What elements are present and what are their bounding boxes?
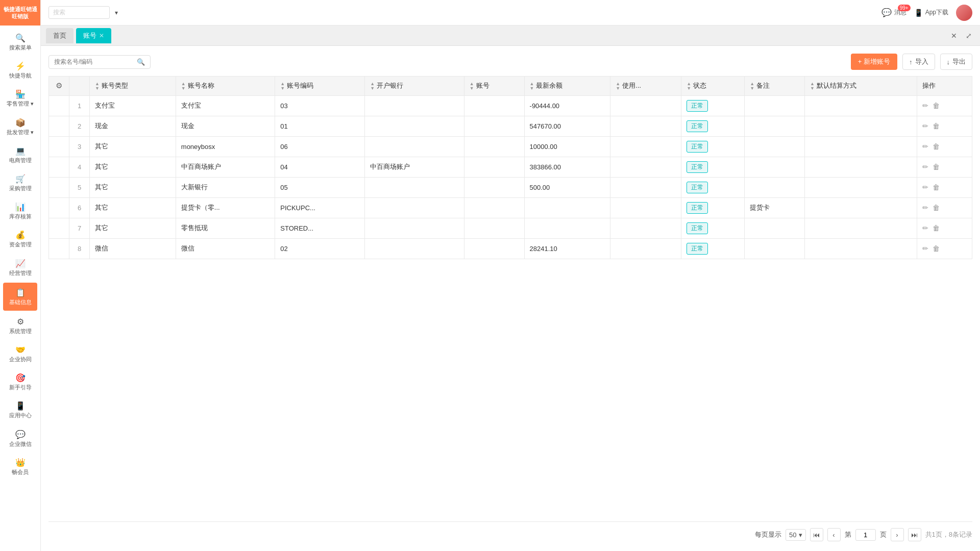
sidebar-item-15[interactable]: 👑 畅会员	[0, 453, 40, 481]
row-bank-3: 中百商场账户	[365, 157, 464, 177]
sidebar-label-8: 经营管理	[9, 270, 32, 277]
delete-icon-3[interactable]: 🗑	[933, 163, 940, 171]
row-name-5: 提货卡（零...	[176, 197, 275, 218]
delete-icon-0[interactable]: 🗑	[933, 102, 940, 110]
delete-icon-1[interactable]: 🗑	[933, 122, 940, 130]
sidebar-item-14[interactable]: 💬 企业微信	[0, 424, 40, 453]
default-payment-col-header[interactable]: ▲▼默认结算方式	[805, 77, 917, 96]
top-search-box[interactable]: 搜索	[48, 6, 110, 19]
row-usage-1	[610, 116, 681, 136]
sidebar-item-0[interactable]: 🔍 搜索菜单	[0, 28, 40, 56]
sidebar-item-12[interactable]: 🎯 新手引导	[0, 368, 40, 396]
tab-fullscreen[interactable]: ⤢	[963, 30, 975, 42]
sidebar-item-13[interactable]: 📱 应用中心	[0, 396, 40, 424]
account-col-header[interactable]: ▲▼账号	[464, 77, 524, 96]
main-area: 搜索 ▾ 💬 消息 99+ 📱 App下载 首页账号✕ ✕ ⤢	[41, 0, 980, 551]
tab-label-1: 账号	[83, 31, 96, 40]
add-account-button[interactable]: + 新增账号	[851, 54, 897, 70]
settings-icon[interactable]: ⚙	[56, 81, 62, 90]
dropdown-button[interactable]: ▾	[115, 9, 118, 16]
delete-icon-5[interactable]: 🗑	[933, 204, 940, 212]
tab-close-1[interactable]: ✕	[99, 32, 104, 39]
header-right: 💬 消息 99+ 📱 App下载	[881, 5, 972, 21]
app-download-button[interactable]: 📱 App下载	[914, 8, 948, 17]
row-account-0	[464, 95, 524, 116]
status-badge-5: 正常	[687, 202, 708, 214]
sidebar-item-6[interactable]: 📊 库存核算	[0, 197, 40, 225]
note-col-header[interactable]: ▲▼备注	[745, 77, 805, 96]
page-input[interactable]	[855, 529, 876, 541]
page-size-label: 每页显示	[755, 530, 781, 539]
settings-col-header[interactable]: ⚙	[49, 77, 69, 96]
sidebar-item-8[interactable]: 📈 经营管理	[0, 254, 40, 282]
row-status-3: 正常	[681, 157, 745, 177]
prev-page-button[interactable]: ‹	[827, 528, 841, 541]
sidebar-item-10[interactable]: ⚙ 系统管理	[0, 312, 40, 340]
sidebar-nav: 🔍 搜索菜单 ⚡ 快捷导航 🏪 零售管理 ▾ 📦 批发管理 ▾ 💻 电商管理 🛒…	[0, 26, 40, 551]
messages-button[interactable]: 💬 消息 99+	[881, 8, 906, 17]
delete-icon-7[interactable]: 🗑	[933, 244, 940, 253]
sidebar-item-4[interactable]: 💻 电商管理	[0, 141, 40, 169]
sidebar-item-1[interactable]: ⚡ 快捷导航	[0, 56, 40, 84]
edit-icon-6[interactable]: ✏	[922, 224, 928, 232]
edit-icon-0[interactable]: ✏	[922, 102, 928, 110]
sidebar-icon-4: 💻	[15, 146, 26, 156]
sidebar-item-11[interactable]: 🤝 企业协同	[0, 340, 40, 368]
row-bank-7	[365, 238, 464, 259]
row-name-1: 现金	[176, 116, 275, 136]
edit-icon-4[interactable]: ✏	[922, 183, 928, 191]
last-page-button[interactable]: ⏭	[908, 528, 921, 541]
row-status-0: 正常	[681, 95, 745, 116]
import-button[interactable]: ↑ 导入	[902, 54, 935, 70]
status-badge-0: 正常	[687, 100, 708, 112]
edit-icon-1[interactable]: ✏	[922, 122, 928, 130]
edit-icon-7[interactable]: ✏	[922, 244, 928, 253]
sidebar-item-2[interactable]: 🏪 零售管理 ▾	[0, 84, 40, 112]
page-size-select[interactable]: 50 ▾	[786, 529, 805, 541]
search-input[interactable]	[54, 58, 134, 65]
user-avatar[interactable]	[956, 5, 972, 21]
row-code-6: STORED...	[275, 218, 365, 238]
delete-icon-4[interactable]: 🗑	[933, 183, 940, 191]
sidebar-label-4: 电商管理	[9, 157, 32, 164]
bank-col-header[interactable]: ▲▼开户银行	[365, 77, 464, 96]
tab-close-all[interactable]: ✕	[948, 30, 960, 42]
first-page-button[interactable]: ⏮	[810, 528, 823, 541]
tab-1[interactable]: 账号✕	[76, 28, 111, 43]
sidebar-item-9[interactable]: 📋 基础信息	[3, 283, 37, 311]
table-header-row: ⚙ ▲▼账号类型 ▲▼账号名称 ▲▼账号编码 ▲▼开户银行	[49, 77, 972, 96]
sidebar-icon-1: ⚡	[15, 61, 26, 71]
edit-icon-3[interactable]: ✏	[922, 163, 928, 171]
sidebar-item-5[interactable]: 🛒 采购管理	[0, 169, 40, 197]
sidebar-label-5: 采购管理	[9, 185, 32, 192]
usage-col-header[interactable]: ▲▼使用...	[610, 77, 681, 96]
edit-icon-2[interactable]: ✏	[922, 142, 928, 151]
table-row: 3 其它 moneybosx 06 10000.00 正常 ✏ 🗑	[49, 136, 972, 157]
export-button[interactable]: ↓ 导出	[940, 54, 973, 70]
sidebar-item-7[interactable]: 💰 资金管理	[0, 225, 40, 253]
search-wrap[interactable]: 🔍	[48, 55, 151, 69]
row-status-5: 正常	[681, 197, 745, 218]
page-suffix: 页	[880, 530, 887, 539]
sidebar-item-3[interactable]: 📦 批发管理 ▾	[0, 113, 40, 141]
code-col-header[interactable]: ▲▼账号编码	[275, 77, 365, 96]
row-type-7: 微信	[90, 238, 176, 259]
row-usage-3	[610, 157, 681, 177]
type-col-header[interactable]: ▲▼账号类型	[90, 77, 176, 96]
bank-sort-icon: ▲▼	[370, 82, 375, 91]
tab-0[interactable]: 首页	[46, 28, 74, 43]
row-default-payment-3	[805, 157, 917, 177]
type-sort-icon: ▲▼	[95, 82, 100, 91]
row-settings-4	[49, 177, 69, 197]
delete-icon-6[interactable]: 🗑	[933, 224, 940, 232]
delete-icon-2[interactable]: 🗑	[933, 142, 940, 151]
edit-icon-5[interactable]: ✏	[922, 204, 928, 212]
next-page-button[interactable]: ›	[891, 528, 904, 541]
row-note-4	[745, 177, 805, 197]
default-payment-sort-icon: ▲▼	[810, 82, 815, 91]
row-type-5: 其它	[90, 197, 176, 218]
status-col-header[interactable]: ▲▼状态	[681, 77, 745, 96]
name-col-header[interactable]: ▲▼账号名称	[176, 77, 275, 96]
row-num-2: 3	[69, 136, 90, 157]
balance-col-header[interactable]: ▲▼最新余额	[524, 77, 610, 96]
